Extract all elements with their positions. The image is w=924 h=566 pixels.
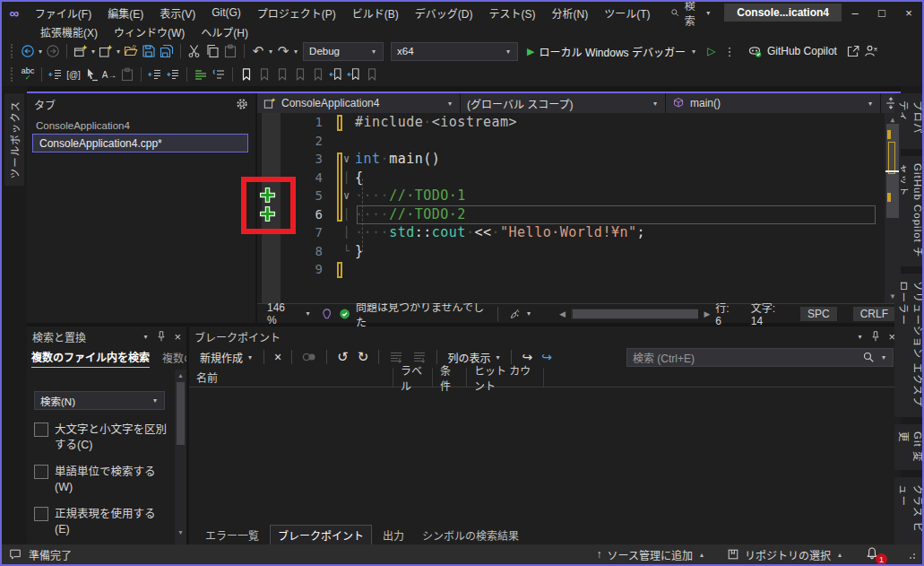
solution-configuration-combo[interactable]: Debug ▾	[303, 42, 384, 61]
select-repository-button[interactable]: リポジトリの選択 ▴	[727, 547, 843, 562]
menu-debug[interactable]: デバッグ(D)	[407, 4, 481, 22]
title-search-box[interactable]: 検索 ▾	[670, 0, 712, 28]
add-to-source-control-button[interactable]: ↑ ソース管理に追加 ▴	[597, 547, 705, 562]
menu-project[interactable]: プロジェクト(P)	[249, 4, 344, 22]
tabs-settings-gear-icon[interactable]	[236, 98, 248, 110]
vertical-scrollbar[interactable]: ▲ ▼	[885, 113, 901, 303]
notifications-button[interactable]: 1	[865, 546, 885, 562]
increase-indent-button[interactable]	[164, 65, 182, 84]
line-number[interactable]: 2	[257, 132, 323, 151]
horizontal-scrollbar[interactable]	[571, 309, 698, 319]
line-number[interactable]: 9	[257, 260, 323, 279]
code-text[interactable]: ····//·TODO·1	[355, 187, 466, 205]
breakpoints-list-empty[interactable]	[189, 387, 901, 525]
menu-analyze[interactable]: 分析(N)	[543, 4, 596, 22]
scroll-left-icon[interactable]: ◀	[559, 309, 566, 318]
cut-button[interactable]	[186, 41, 203, 61]
delete-breakpoint-icon[interactable]: ×	[271, 348, 285, 366]
code-line[interactable]: 1#include·<iostream>	[257, 113, 901, 132]
scope-dropdown[interactable]: (グローバル スコープ) ▾	[461, 93, 665, 113]
new-project-caret-icon[interactable]: ▾	[90, 48, 97, 56]
redo-button[interactable]: ↷	[274, 41, 292, 61]
previous-bookmark-folder-button[interactable]	[291, 65, 309, 84]
menu-extensions[interactable]: 拡張機能(X)	[32, 22, 106, 41]
copy-button[interactable]	[203, 41, 221, 61]
tab-git-changes[interactable]: Git 変更	[894, 424, 924, 470]
line-number[interactable]: 1	[257, 113, 323, 132]
zoom-level-combo[interactable]: 146 % ▾	[263, 301, 315, 327]
solution-platform-combo[interactable]: x64 ▾	[391, 42, 518, 61]
pin-icon[interactable]	[155, 330, 168, 343]
scroll-down-icon[interactable]: ▼	[885, 292, 901, 300]
space-mode-indicator[interactable]: SPC	[800, 307, 837, 321]
toolbar2-grip[interactable]	[11, 67, 15, 82]
code-text[interactable]: int·main()	[355, 150, 440, 169]
share-button[interactable]	[844, 41, 862, 61]
menu-window[interactable]: ウィンドウ(W)	[106, 22, 193, 41]
scroll-up-icon[interactable]: ▲	[885, 116, 901, 124]
completion-mode-button[interactable]	[82, 65, 100, 84]
find-scrollbar-thumb[interactable]	[177, 382, 185, 445]
next-bookmark-folder-button[interactable]	[309, 65, 327, 84]
regex-checkbox[interactable]	[34, 507, 48, 521]
intellicode-icon[interactable]	[321, 308, 332, 320]
previous-bookmark-button[interactable]	[255, 65, 273, 84]
redo-icon[interactable]: ↻	[354, 347, 373, 367]
code-line[interactable]: 4│{	[257, 169, 901, 187]
comment-selection-button[interactable]	[192, 65, 210, 84]
code-line[interactable]: 3∨int·main()	[257, 150, 901, 169]
line-indicator[interactable]: 行: 6	[715, 300, 734, 327]
start-without-debugging-button[interactable]: ▷	[703, 41, 721, 61]
redo-caret-icon[interactable]: ▾	[292, 48, 299, 56]
column-condition[interactable]: 条件	[433, 368, 467, 387]
whole-word-checkbox[interactable]	[34, 465, 48, 479]
find-scroll-down-icon[interactable]: ▼	[175, 529, 186, 536]
undo-caret-icon[interactable]: ▾	[267, 48, 274, 56]
spell-check-button[interactable]: abc ✓	[19, 65, 37, 84]
open-file-button[interactable]	[122, 41, 140, 61]
pin-icon[interactable]	[869, 330, 882, 343]
tab-class-view[interactable]: クラス ビュー	[894, 477, 924, 544]
navigate-back-caret-icon[interactable]: ▾	[37, 48, 44, 56]
code-text[interactable]: #include·<iostream>	[355, 113, 517, 132]
toolbar-grip[interactable]	[11, 44, 15, 58]
paste-special-button[interactable]	[118, 65, 136, 84]
code-text[interactable]: ····std::cout·<<·"Hello·World!¥n";	[355, 223, 645, 242]
toggle-bookmark-button[interactable]	[237, 65, 255, 84]
scroll-right-icon[interactable]: ▶	[704, 309, 710, 318]
toolbox-tab[interactable]: ツールボックス	[4, 93, 24, 186]
add-item-caret-icon[interactable]: ▾	[115, 48, 122, 56]
line-number[interactable]: 8	[257, 242, 323, 261]
eol-mode-indicator[interactable]: CRLF	[853, 307, 895, 321]
column-name[interactable]: 名前	[189, 368, 393, 387]
next-bookmark-doc-button[interactable]	[345, 65, 363, 84]
document-tab-active[interactable]: ConsoleApplication4.cpp*	[32, 134, 248, 152]
menu-git[interactable]: Git(G)	[203, 4, 249, 21]
clear-bookmarks-button[interactable]	[363, 65, 381, 84]
cleanup-caret-icon[interactable]: ▾	[525, 309, 532, 318]
menu-help[interactable]: ヘルプ(H)	[193, 22, 256, 41]
navigate-forward-button[interactable]	[44, 41, 62, 61]
previous-bookmark-doc-button[interactable]	[327, 65, 345, 84]
find-panel-scrollbar[interactable]: ▲ ▼	[175, 370, 186, 544]
start-debugging-button[interactable]: ▶ ローカル Windows デバッガー ▾	[527, 44, 697, 59]
toolbar-overflow-icon[interactable]: ⋮	[721, 41, 738, 61]
code-line[interactable]: 2	[257, 132, 901, 151]
option-regex[interactable]: 正規表現を使用する(E)	[34, 507, 168, 537]
bp-panel-menu-caret-icon[interactable]: ▾	[856, 333, 863, 341]
menu-build[interactable]: ビルド(B)	[344, 4, 407, 22]
menu-tools[interactable]: ツール(T)	[596, 4, 658, 22]
toggle-all-breakpoints-icon[interactable]	[298, 348, 320, 366]
undo-button[interactable]: ↶	[249, 41, 267, 61]
maximize-button[interactable]: □	[868, 3, 895, 22]
undo-icon[interactable]: ↺	[333, 347, 352, 367]
code-line[interactable]: 5∨····//·TODO·1	[257, 187, 901, 205]
horizontal-scrollbar-thumb[interactable]	[573, 309, 698, 318]
breakpoints-search-input[interactable]: 検索 (Ctrl+E) ▾	[626, 348, 894, 367]
match-case-checkbox[interactable]	[34, 422, 48, 437]
menu-edit[interactable]: 編集(E)	[99, 4, 151, 22]
resize-grip[interactable]	[906, 550, 915, 559]
tab-replace-in-files[interactable]: 複数の	[162, 347, 186, 368]
tab-breakpoints[interactable]: ブレークポイント	[270, 525, 372, 545]
member-dropdown[interactable]: main() ▾	[666, 93, 880, 113]
